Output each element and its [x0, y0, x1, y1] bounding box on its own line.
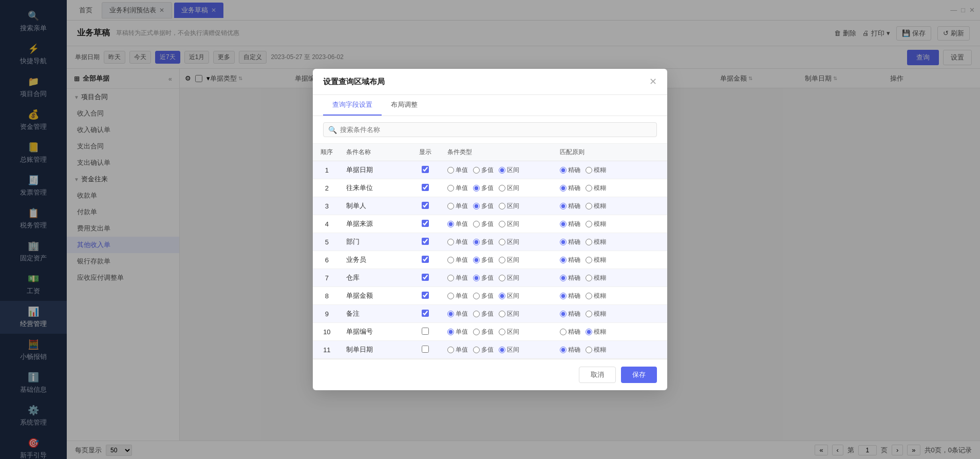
match-radio-精确[interactable]: [560, 167, 567, 174]
type-radio-多值[interactable]: [473, 239, 480, 245]
show-checkbox[interactable]: [422, 220, 429, 227]
type-radio-区间[interactable]: [499, 275, 505, 281]
search-icon: 🔍: [328, 126, 337, 134]
match-radio-模糊[interactable]: [586, 221, 592, 227]
type-radio-单值[interactable]: [447, 239, 454, 245]
type-radio-区间[interactable]: [499, 347, 505, 353]
match-radio-模糊[interactable]: [586, 185, 592, 192]
table-row: 7仓库单值多值区间精确模糊: [313, 269, 667, 287]
show-checkbox[interactable]: [422, 346, 429, 353]
show-checkbox[interactable]: [422, 310, 429, 317]
cell-type: 单值多值区间: [442, 179, 555, 197]
type-radio-多值[interactable]: [473, 185, 480, 192]
cell-match: 精确模糊: [555, 287, 667, 305]
type-radio-多值[interactable]: [473, 167, 480, 174]
type-radio-单值[interactable]: [447, 185, 454, 192]
type-radio-多值[interactable]: [473, 203, 480, 209]
show-checkbox[interactable]: [422, 184, 429, 191]
conditions-search-input[interactable]: [323, 122, 657, 137]
cell-show: [408, 179, 442, 197]
match-radio-模糊[interactable]: [586, 293, 592, 299]
type-radio-多值[interactable]: [473, 221, 480, 227]
type-radio-多值[interactable]: [473, 257, 480, 263]
show-checkbox[interactable]: [422, 202, 429, 209]
show-checkbox[interactable]: [422, 292, 429, 299]
table-row: 3制单人单值多值区间精确模糊: [313, 197, 667, 215]
match-radio-精确[interactable]: [560, 347, 567, 353]
match-radio-精确[interactable]: [560, 203, 567, 209]
type-radio-单值[interactable]: [447, 347, 454, 353]
match-radio-精确[interactable]: [560, 329, 567, 335]
modal-close-button[interactable]: ✕: [649, 76, 657, 87]
cell-type: 单值多值区间: [442, 161, 555, 179]
show-checkbox[interactable]: [422, 256, 429, 263]
type-radio-多值[interactable]: [473, 293, 480, 299]
type-radio-区间[interactable]: [499, 329, 505, 335]
th-name: 条件名称: [341, 144, 408, 161]
show-checkbox[interactable]: [422, 166, 429, 173]
match-radio-模糊[interactable]: [586, 203, 592, 209]
cell-show: [408, 305, 442, 323]
cell-name: 单据金额: [341, 287, 408, 305]
th-match: 匹配原则: [555, 144, 667, 161]
cell-type: 单值多值区间: [442, 323, 555, 341]
type-radio-多值[interactable]: [473, 347, 480, 353]
type-radio-区间[interactable]: [499, 221, 505, 227]
cell-order: 9: [313, 305, 341, 323]
match-radio-模糊[interactable]: [586, 311, 592, 317]
type-radio-单值[interactable]: [447, 257, 454, 263]
table-row: 5部门单值多值区间精确模糊: [313, 233, 667, 251]
cell-match: 精确模糊: [555, 179, 667, 197]
show-checkbox[interactable]: [422, 328, 429, 335]
match-radio-模糊[interactable]: [586, 239, 592, 245]
match-radio-精确[interactable]: [560, 293, 567, 299]
cell-name: 往来单位: [341, 179, 408, 197]
match-radio-模糊[interactable]: [586, 257, 592, 263]
modal-search: 🔍: [313, 116, 667, 144]
type-radio-区间[interactable]: [499, 185, 505, 192]
match-radio-模糊[interactable]: [586, 167, 592, 174]
modal-tab-layout[interactable]: 布局调整: [382, 95, 427, 116]
type-radio-区间[interactable]: [499, 257, 505, 263]
type-radio-多值[interactable]: [473, 275, 480, 281]
match-radio-精确[interactable]: [560, 311, 567, 317]
cell-match: 精确模糊: [555, 215, 667, 233]
match-radio-模糊[interactable]: [586, 347, 592, 353]
show-checkbox[interactable]: [422, 238, 429, 245]
type-radio-多值[interactable]: [473, 329, 480, 335]
table-row: 8单据金额单值多值区间精确模糊: [313, 287, 667, 305]
cell-name: 制单人: [341, 197, 408, 215]
match-radio-精确[interactable]: [560, 239, 567, 245]
show-checkbox[interactable]: [422, 274, 429, 281]
type-radio-单值[interactable]: [447, 329, 454, 335]
cell-match: 精确模糊: [555, 251, 667, 269]
type-radio-区间[interactable]: [499, 167, 505, 174]
type-radio-多值[interactable]: [473, 311, 480, 317]
type-radio-区间[interactable]: [499, 203, 505, 209]
match-radio-精确[interactable]: [560, 257, 567, 263]
cancel-button[interactable]: 取消: [579, 367, 616, 383]
cell-name: 制单日期: [341, 341, 408, 359]
type-radio-单值[interactable]: [447, 167, 454, 174]
cell-name: 单据编号: [341, 323, 408, 341]
save-confirm-button[interactable]: 保存: [621, 367, 657, 383]
cell-match: 精确模糊: [555, 161, 667, 179]
type-radio-单值[interactable]: [447, 293, 454, 299]
match-radio-精确[interactable]: [560, 275, 567, 281]
type-radio-区间[interactable]: [499, 311, 505, 317]
search-wrap: 🔍: [323, 122, 657, 137]
type-radio-单值[interactable]: [447, 275, 454, 281]
type-radio-单值[interactable]: [447, 311, 454, 317]
type-radio-区间[interactable]: [499, 239, 505, 245]
modal-tab-fields[interactable]: 查询字段设置: [323, 95, 382, 116]
type-radio-单值[interactable]: [447, 221, 454, 227]
cell-order: 1: [313, 161, 341, 179]
cell-match: 精确模糊: [555, 269, 667, 287]
match-radio-精确[interactable]: [560, 221, 567, 227]
match-radio-模糊[interactable]: [586, 329, 592, 335]
match-radio-精确[interactable]: [560, 185, 567, 192]
type-radio-单值[interactable]: [447, 203, 454, 209]
modal-title: 设置查询区域布局: [323, 77, 649, 87]
match-radio-模糊[interactable]: [586, 275, 592, 281]
type-radio-区间[interactable]: [499, 293, 505, 299]
